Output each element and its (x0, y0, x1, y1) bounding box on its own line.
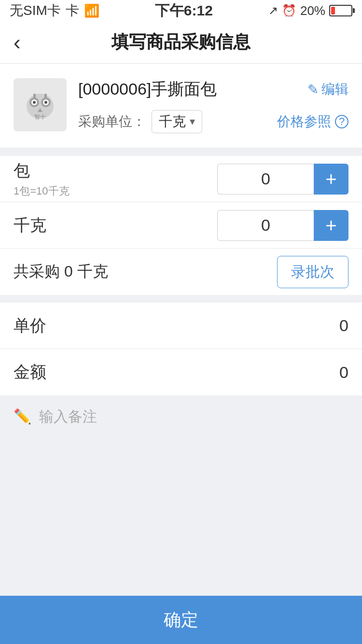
confirm-bar[interactable]: 确定 (0, 596, 362, 644)
bao-label: 包 1包=10千克 (14, 160, 81, 198)
batch-button[interactable]: 录批次 (277, 256, 348, 288)
product-image: 智十 (14, 78, 67, 131)
status-left: 无SIM卡 卡 📶 (10, 1, 99, 20)
edit-icon: ✎ (307, 82, 319, 98)
battery-percent-label: 20% (300, 3, 325, 18)
kg-label-text: 千克 (14, 214, 81, 237)
status-right: ↗ ⏰ 20% (268, 3, 352, 18)
svg-rect-8 (33, 94, 36, 98)
price-ref-label: 价格参照 (277, 112, 331, 131)
bao-input-row: 包 1包=10千克 + (0, 156, 362, 202)
input-section: 包 1包=10千克 + 千克 + (0, 156, 362, 249)
svg-text:智十: 智十 (34, 113, 46, 120)
svg-point-5 (33, 101, 36, 104)
wifi-icon: 📶 (84, 3, 99, 18)
help-circle-icon: ? (335, 115, 348, 128)
bao-sub-text: 1包=10千克 (14, 184, 81, 198)
unit-price-label: 单价 (14, 315, 46, 337)
info-section: 单价 0 金额 0 (0, 303, 362, 395)
page-title: 填写商品采购信息 (111, 30, 251, 54)
product-card: 智十 [0000006]手撕面包 ✎ 编辑 采购单位： 千克 ▾ (0, 64, 362, 148)
unit-price-row: 单价 0 (0, 303, 362, 349)
nav-bar: ‹ 填写商品采购信息 (0, 21, 362, 64)
product-logo: 智十 (21, 88, 59, 122)
note-section[interactable]: ✏️ 输入备注 (0, 395, 362, 473)
sim-card-icon: 卡 (66, 1, 79, 20)
summary-row: 共采购 0 千克 录批次 (0, 249, 362, 295)
time-label: 下午6:12 (155, 1, 213, 21)
summary-text: 共采购 0 千克 (14, 261, 108, 282)
note-placeholder: 输入备注 (39, 407, 97, 427)
amount-row: 金额 0 (0, 349, 362, 395)
carrier-label: 无SIM卡 (10, 1, 61, 20)
bao-quantity-input[interactable] (217, 164, 314, 195)
pencil-icon: ✏️ (14, 408, 31, 425)
back-button[interactable]: ‹ (14, 32, 21, 53)
unit-row: 采购单位： 千克 ▾ 价格参照 ? (78, 110, 348, 133)
svg-point-6 (44, 101, 47, 104)
kg-label: 千克 (14, 214, 81, 237)
kg-input-row: 千克 + (0, 202, 362, 249)
location-icon: ↗ (268, 4, 278, 17)
unit-value: 千克 (159, 112, 186, 131)
alarm-icon: ⏰ (282, 4, 296, 17)
product-info: [0000006]手撕面包 ✎ 编辑 采购单位： 千克 ▾ 价格参照 ? (78, 78, 348, 133)
kg-quantity-input[interactable] (217, 210, 314, 241)
battery-icon (329, 5, 352, 16)
divider-1 (0, 148, 362, 156)
content-wrapper: 智十 [0000006]手撕面包 ✎ 编辑 采购单位： 千克 ▾ (0, 64, 362, 644)
amount-value: 0 (339, 363, 348, 382)
edit-label: 编辑 (321, 80, 348, 98)
amount-label: 金额 (14, 361, 46, 383)
dropdown-arrow-icon: ▾ (190, 115, 195, 128)
product-name-row: [0000006]手撕面包 ✎ 编辑 (78, 78, 348, 100)
bao-label-text: 包 (14, 160, 81, 182)
divider-2 (0, 295, 362, 303)
bao-plus-button[interactable]: + (314, 164, 348, 195)
unit-select-dropdown[interactable]: 千克 ▾ (152, 110, 202, 133)
kg-input-right: + (81, 210, 348, 241)
battery-fill (331, 7, 335, 14)
unit-select-group: 采购单位： 千克 ▾ (78, 110, 202, 133)
kg-plus-button[interactable]: + (314, 210, 348, 241)
unit-price-value: 0 (339, 316, 348, 335)
status-bar: 无SIM卡 卡 📶 下午6:12 ↗ ⏰ 20% (0, 0, 362, 21)
unit-label: 采购单位： (78, 112, 146, 131)
confirm-button-label: 确定 (164, 608, 198, 632)
svg-rect-9 (44, 94, 47, 98)
price-ref-button[interactable]: 价格参照 ? (277, 112, 348, 131)
edit-button[interactable]: ✎ 编辑 (307, 80, 348, 98)
product-name: [0000006]手撕面包 (78, 78, 217, 100)
bao-input-right: + (81, 164, 348, 195)
